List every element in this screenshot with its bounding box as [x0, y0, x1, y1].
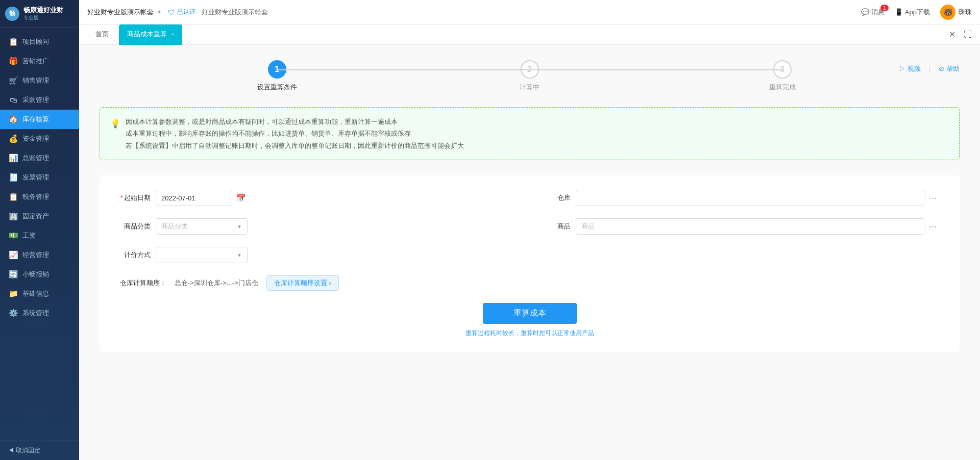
- start-date-group: *起始日期 2022-07-01 📅: [120, 190, 520, 206]
- sidebar-nav: 📋 项目顾问 🎁 营销推广 🛒 销售管理 🛍 采购管理 🏠 库存核算 💰 资金管…: [0, 28, 79, 441]
- help-link[interactable]: ⊘ 帮助: [939, 64, 960, 73]
- product-label: 商品: [540, 222, 571, 231]
- avatar: 🐻: [940, 5, 955, 20]
- sidebar-item-label-system: 系统管理: [22, 309, 49, 318]
- notice-line-1: 因成本计算参数调整，或是对商品成本有疑问时，可以通过成本重算功能，重新计算一遍成…: [126, 116, 464, 127]
- sidebar: 畅 畅康通好业财 专业版 📋 项目顾问 🎁 营销推广 🛒 销售管理 🛍 采购管理…: [0, 0, 79, 460]
- category-label: 商品分类: [120, 222, 151, 231]
- sidebar-item-operation[interactable]: 📈 经营管理: [0, 245, 79, 265]
- sidebar-item-marketing[interactable]: 🎁 营销推广: [0, 52, 79, 71]
- sidebar-item-label-operation: 经营管理: [22, 250, 49, 260]
- sidebar-item-label-salary: 工资: [22, 231, 36, 240]
- invoice-icon: 🧾: [8, 173, 18, 182]
- ledger-icon: 📊: [8, 154, 18, 163]
- tab-close-icon[interactable]: ×: [171, 31, 174, 37]
- sidebar-item-sales[interactable]: 🛒 销售管理: [0, 71, 79, 90]
- calendar-icon[interactable]: 📅: [236, 193, 246, 202]
- sidebar-item-salary[interactable]: 💵 工资: [0, 226, 79, 245]
- start-date-label-text: 起始日期: [124, 194, 151, 201]
- pricing-group: 计价方式 ▼: [120, 247, 520, 263]
- app-download-button[interactable]: 📱 App下载: [895, 8, 930, 17]
- step-2: 2 计算中: [403, 60, 656, 92]
- tab-home[interactable]: 首页: [87, 24, 117, 45]
- category-select[interactable]: 商品分类 ▼: [156, 218, 248, 235]
- expand-panel-button[interactable]: ⛶: [962, 28, 974, 41]
- user-menu[interactable]: 🐻 珠珠: [940, 5, 972, 20]
- unpin-label: ◀ 取消固定: [8, 446, 40, 455]
- sidebar-unpin-button[interactable]: ◀ 取消固定: [0, 441, 79, 460]
- sidebar-item-label-finance: 资金管理: [22, 134, 49, 143]
- bulb-icon: 💡: [110, 117, 120, 151]
- account-arrow-icon: ▼: [157, 9, 162, 15]
- start-date-input[interactable]: 2022-07-01: [156, 190, 232, 206]
- warehouse-order-btn-label: 仓库计算顺序设置 ›: [274, 278, 331, 288]
- recalc-hint: 重算过程耗时较长，重算时您可以正常使用产品: [120, 329, 939, 338]
- form-row-1: *起始日期 2022-07-01 📅 仓库 ···: [120, 190, 939, 206]
- product-input[interactable]: 商品: [576, 218, 924, 235]
- tab-cost-recalc[interactable]: 商品成本重算 ×: [119, 24, 182, 45]
- sidebar-item-tax[interactable]: 📋 税务管理: [0, 187, 79, 207]
- product-group: 商品 商品 ···: [540, 218, 940, 235]
- tabbar: 首页 商品成本重算 × ✕ ⛶: [79, 24, 980, 45]
- recalculate-button[interactable]: 重算成本: [483, 303, 577, 324]
- warehouse-more-button[interactable]: ···: [926, 193, 939, 203]
- tabbar-right: ✕ ⛶: [947, 28, 980, 41]
- sidebar-item-finance[interactable]: 💰 资金管理: [0, 129, 79, 148]
- warehouse-input-group: ···: [576, 190, 940, 206]
- sidebar-item-label-tax: 税务管理: [22, 192, 49, 201]
- app-download-label: App下载: [905, 8, 930, 17]
- sidebar-item-basic[interactable]: 📁 基础信息: [0, 284, 79, 303]
- step-1: 1 设置重算条件: [151, 60, 403, 92]
- recalc-section: 重算成本 重算过程耗时较长，重算时您可以正常使用产品: [120, 303, 939, 338]
- sidebar-item-label-expense: 小畅报销: [22, 270, 49, 279]
- close-panel-button[interactable]: ✕: [947, 28, 958, 41]
- steps: 1 设置重算条件 2 计算中: [100, 60, 960, 92]
- required-star: *: [120, 194, 123, 201]
- operation-icon: 📈: [8, 250, 18, 260]
- sidebar-item-purchase[interactable]: 🛍 采购管理: [0, 90, 79, 110]
- expense-icon: 🔄: [8, 270, 18, 279]
- notice-content: 因成本计算参数调整，或是对商品成本有疑问时，可以通过成本重算功能，重新计算一遍成…: [126, 116, 464, 151]
- step-3: 3 重算完成: [656, 60, 909, 92]
- sidebar-item-assets[interactable]: 🏢 固定资产: [0, 207, 79, 226]
- category-arrow-icon: ▼: [237, 224, 242, 229]
- warehouse-input[interactable]: [576, 190, 924, 206]
- pricing-label: 计价方式: [120, 250, 151, 260]
- sidebar-item-label-project: 项目顾问: [22, 37, 49, 46]
- sales-icon: 🛒: [8, 76, 18, 85]
- product-more-button[interactable]: ···: [926, 221, 939, 232]
- message-badge: 1: [880, 5, 889, 11]
- purchase-icon: 🛍: [8, 95, 18, 104]
- message-button[interactable]: 💬 消息 1: [861, 8, 885, 17]
- sidebar-item-label-basic: 基础信息: [22, 289, 49, 298]
- inventory-icon: 🏠: [8, 115, 18, 124]
- warehouse-order-settings-button[interactable]: 仓库计算顺序设置 ›: [266, 275, 339, 291]
- sidebar-item-label-purchase: 采购管理: [22, 95, 49, 105]
- logo-text-block: 畅康通好业财 专业版: [23, 6, 63, 21]
- pricing-select[interactable]: ▼: [156, 247, 248, 263]
- warehouse-order-row: 仓库计算顺序： 总仓->深圳仓库->...->门店仓 仓库计算顺序设置 ›: [120, 275, 939, 291]
- phone-icon: 📱: [895, 8, 903, 16]
- notice-box: 💡 因成本计算参数调整，或是对商品成本有疑问时，可以通过成本重算功能，重新计算一…: [100, 107, 960, 160]
- sidebar-item-system[interactable]: ⚙️ 系统管理: [0, 303, 79, 323]
- tab-home-label: 首页: [95, 30, 109, 39]
- account-selector[interactable]: 好业财专业版演示帐套 ▼: [87, 8, 162, 17]
- sidebar-item-inventory[interactable]: 🏠 库存核算: [0, 110, 79, 129]
- project-icon: 📋: [8, 37, 18, 46]
- tax-icon: 📋: [8, 192, 18, 201]
- step-3-label: 重算完成: [769, 83, 796, 92]
- sidebar-item-ledger[interactable]: 📊 总账管理: [0, 148, 79, 168]
- sidebar-item-expense[interactable]: 🔄 小畅报销: [0, 265, 79, 284]
- salary-icon: 💵: [8, 231, 18, 240]
- message-icon: 💬: [861, 8, 869, 16]
- sidebar-item-label-assets: 固定资产: [22, 212, 49, 221]
- sidebar-item-label-ledger: 总账管理: [22, 154, 49, 163]
- start-date-input-group: 2022-07-01 📅: [156, 190, 246, 206]
- product-input-group: 商品 ···: [576, 218, 940, 235]
- sidebar-item-project[interactable]: 📋 项目顾问: [0, 32, 79, 52]
- notice-line-2: 成本重算过程中，影响库存账的操作均不能操作，比如进货单、销货单、库存单据不能审核…: [126, 127, 464, 139]
- warehouse-order-value: 总仓->深圳仓库->...->门店仓: [175, 278, 258, 288]
- sidebar-item-invoice[interactable]: 🧾 发票管理: [0, 168, 79, 187]
- category-placeholder: 商品分类: [161, 222, 188, 231]
- main-area: 好业财专业版演示帐套 ▼ 🛡 已认证 好业财专业版演示帐套 💬 消息 1 📱 A…: [79, 0, 980, 460]
